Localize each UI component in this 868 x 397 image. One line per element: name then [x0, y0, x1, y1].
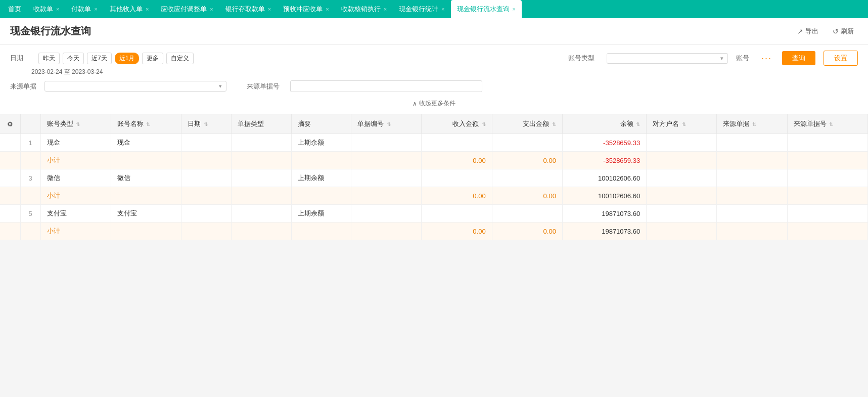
- row-income: 0.00: [422, 223, 492, 240]
- date-btn-custom[interactable]: 自定义: [166, 53, 194, 64]
- date-btn-more[interactable]: 更多: [142, 53, 163, 64]
- date-btn-7days[interactable]: 近7天: [87, 53, 112, 64]
- col-account-name[interactable]: 账号名称 ⇅: [111, 114, 181, 134]
- nav-cashflow[interactable]: 现金银行流水查询 ×: [451, 0, 522, 18]
- account-ellipsis-button[interactable]: ···: [759, 53, 774, 64]
- row-balance: -3528659.33: [562, 134, 646, 152]
- table-row[interactable]: 5 支付宝 支付宝 上期余额 19871073.60: [0, 205, 868, 223]
- header-actions: ↗ 导出 ↺ 刷新: [793, 25, 858, 38]
- col-source-doc[interactable]: 来源单据 ⇅: [717, 114, 787, 134]
- export-button[interactable]: ↗ 导出: [793, 25, 823, 38]
- row-income: [422, 134, 492, 152]
- refresh-button[interactable]: ↺ 刷新: [829, 25, 858, 38]
- row-income: [422, 205, 492, 223]
- table-row[interactable]: 小计 0.00 0.00 19871073.60: [0, 223, 868, 240]
- col-date[interactable]: 日期 ⇅: [181, 114, 232, 134]
- source-doc-num-input[interactable]: [290, 80, 482, 92]
- row-gear: [0, 169, 20, 187]
- close-icon[interactable]: ×: [210, 0, 213, 18]
- close-icon[interactable]: ×: [268, 0, 271, 18]
- row-doc-type: [232, 169, 291, 187]
- sort-icon: ⇅: [682, 121, 686, 127]
- col-doc-no[interactable]: 单据编号 ⇅: [351, 114, 422, 134]
- nav-other-income[interactable]: 其他收入单 ×: [104, 0, 155, 18]
- settings-button[interactable]: 设置: [824, 51, 858, 66]
- close-icon[interactable]: ×: [441, 0, 444, 18]
- row-index: [20, 223, 40, 240]
- col-expense[interactable]: 支出金额 ⇅: [492, 114, 562, 134]
- nav-pre-recv[interactable]: 预收冲应收单 ×: [277, 0, 335, 18]
- query-button[interactable]: 查询: [782, 51, 815, 65]
- nav-receipt[interactable]: 收款单 ×: [27, 0, 65, 18]
- table-row[interactable]: 小计 0.00 0.00 -3528659.33: [0, 152, 868, 169]
- nav-payment[interactable]: 付款单 ×: [65, 0, 103, 18]
- date-btn-1month[interactable]: 近1月: [115, 53, 140, 64]
- row-source-doc: [717, 187, 787, 205]
- filter-area: 日期 昨天 今天 近7天 近1月 更多 自定义 账号类型 ▾ 账号 ··· 查询…: [0, 45, 868, 114]
- date-btn-today[interactable]: 今天: [63, 53, 84, 64]
- top-navigation: 首页 收款单 × 付款单 × 其他收入单 × 应收应付调整单 × 银行存取款单 …: [0, 0, 868, 18]
- date-btn-yesterday[interactable]: 昨天: [38, 53, 60, 64]
- row-counterparty: [647, 169, 717, 187]
- table-row[interactable]: 小计 0.00 0.00 100102606.60: [0, 187, 868, 205]
- row-gear: [0, 223, 20, 240]
- row-account-name: [111, 152, 181, 169]
- nav-bank-deposit[interactable]: 银行存取款单 ×: [219, 0, 277, 18]
- table-body: 1 现金 现金 上期余额 -3528659.33 小计 0.00 0.00 -3…: [0, 134, 868, 240]
- row-doc-no: [351, 169, 422, 187]
- account-label: 账号: [736, 54, 751, 63]
- col-settings[interactable]: ⚙: [0, 114, 20, 134]
- row-counterparty: [647, 134, 717, 152]
- close-icon[interactable]: ×: [384, 0, 387, 18]
- nav-home[interactable]: 首页: [2, 0, 27, 18]
- row-account-type: 小计: [40, 187, 111, 205]
- row-gear: [0, 187, 20, 205]
- close-icon[interactable]: ×: [513, 0, 516, 18]
- row-expense: [492, 169, 562, 187]
- row-date: [181, 134, 232, 152]
- row-doc-type: [232, 187, 291, 205]
- row-summary: 上期余额: [291, 169, 351, 187]
- row-balance: 19871073.60: [562, 205, 646, 223]
- account-type-select[interactable]: ▾: [607, 53, 728, 64]
- row-date: [181, 205, 232, 223]
- col-balance[interactable]: 余额 ⇅: [562, 114, 646, 134]
- close-icon[interactable]: ×: [56, 0, 59, 18]
- sort-icon: ⇅: [752, 121, 756, 127]
- col-source-doc-no[interactable]: 来源单据号 ⇅: [787, 114, 867, 134]
- nav-adjust[interactable]: 应收应付调整单 ×: [155, 0, 219, 18]
- row-expense: [492, 205, 562, 223]
- col-income[interactable]: 收入金额 ⇅: [422, 114, 492, 134]
- close-icon[interactable]: ×: [94, 0, 97, 18]
- row-doc-no: [351, 134, 422, 152]
- source-doc-select[interactable]: ▾: [44, 81, 226, 92]
- row-expense: [492, 134, 562, 152]
- col-counterparty[interactable]: 对方户名 ⇅: [647, 114, 717, 134]
- row-date: [181, 152, 232, 169]
- table-row[interactable]: 1 现金 现金 上期余额 -3528659.33: [0, 134, 868, 152]
- sort-icon: ⇅: [204, 121, 208, 127]
- row-source-doc-no: [787, 205, 867, 223]
- col-account-type[interactable]: 账号类型 ⇅: [40, 114, 111, 134]
- nav-stats[interactable]: 现金银行统计 ×: [393, 0, 450, 18]
- col-doc-type[interactable]: 单据类型: [232, 114, 291, 134]
- row-doc-no: [351, 152, 422, 169]
- col-summary: 摘要: [291, 114, 351, 134]
- close-icon[interactable]: ×: [146, 0, 149, 18]
- row-account-name: 支付宝: [111, 205, 181, 223]
- sort-icon: ⇅: [829, 121, 833, 127]
- row-index: 5: [20, 205, 40, 223]
- chevron-down-icon: ▾: [720, 55, 723, 62]
- row-doc-type: [232, 205, 291, 223]
- row-expense: 0.00: [492, 187, 562, 205]
- chevron-down-icon: ▾: [219, 83, 222, 90]
- row-income: [422, 169, 492, 187]
- collapse-button[interactable]: ∧ 收起更多条件: [413, 99, 455, 108]
- row-account-type: 微信: [40, 169, 111, 187]
- row-account-name: [111, 223, 181, 240]
- nav-verify[interactable]: 收款核销执行 ×: [335, 0, 393, 18]
- refresh-icon: ↺: [833, 27, 839, 35]
- close-icon[interactable]: ×: [326, 0, 329, 18]
- row-source-doc: [717, 134, 787, 152]
- table-row[interactable]: 3 微信 微信 上期余额 100102606.60: [0, 169, 868, 187]
